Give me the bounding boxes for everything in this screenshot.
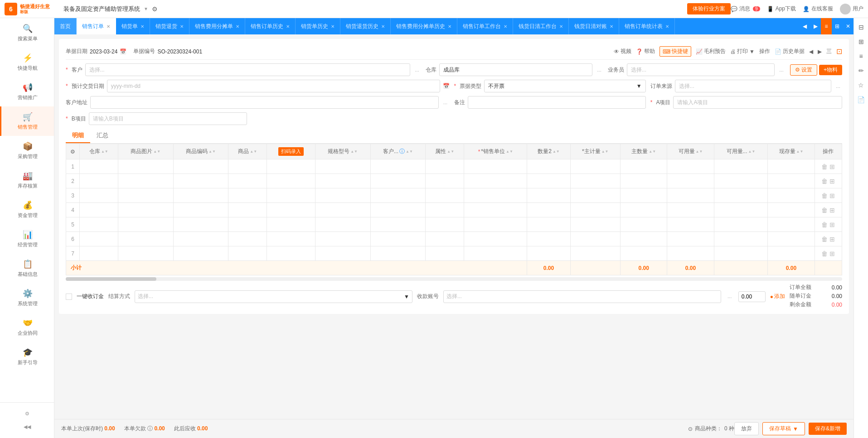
tab-close-expense-history[interactable]: ✕ xyxy=(448,24,451,29)
row2-product[interactable] xyxy=(228,174,267,188)
tab-sales-stats[interactable]: 销售订单统计表 ✕ xyxy=(619,18,675,34)
app-download-button[interactable]: 📱 App下载 xyxy=(767,5,796,13)
discard-button[interactable]: 放弃 xyxy=(734,422,759,435)
row5-delete-icon[interactable]: 🗑 xyxy=(821,221,828,228)
row2-img[interactable] xyxy=(118,174,173,188)
tab-close-sales-order[interactable]: ✕ xyxy=(107,24,110,29)
deposit-amount-input[interactable] xyxy=(738,291,766,302)
settings-icon[interactable]: ⚙ xyxy=(152,5,158,13)
row3-delete-icon[interactable]: 🗑 xyxy=(821,192,828,199)
operation-btn[interactable]: 操作 xyxy=(759,48,770,55)
tab-cash-daily[interactable]: 钱货日清工作台 ✕ xyxy=(513,18,569,34)
sort-main-unit[interactable]: ▲▼ xyxy=(601,150,609,154)
prev-record-btn[interactable]: ◀ xyxy=(809,48,813,55)
sidebar-item-sales[interactable]: 🛒 销售管理 xyxy=(0,106,54,136)
customer-input[interactable] xyxy=(85,63,410,76)
row1-customer-code[interactable] xyxy=(370,159,426,174)
th-settings[interactable]: ⚙ xyxy=(66,144,80,159)
tab-home[interactable]: 首页 xyxy=(54,18,77,34)
row1-img[interactable] xyxy=(118,159,173,174)
row2-main-unit[interactable] xyxy=(570,174,621,188)
calendar2-icon[interactable]: 📅 xyxy=(443,83,450,89)
view-btn[interactable]: 👁 视频 xyxy=(614,48,631,55)
sidebar-collapse-btn[interactable]: ◀◀ xyxy=(0,420,54,433)
rp-icon-4[interactable]: ✏ xyxy=(856,65,867,76)
print-btn[interactable]: 🖨 打印 ▼ xyxy=(730,48,755,55)
add-payment-btn[interactable]: ● 添加 xyxy=(770,293,785,300)
online-service-button[interactable]: 👤 在线客服 xyxy=(803,5,833,13)
settings-right-btn[interactable]: ⚙ 设置 xyxy=(790,64,817,76)
payment-method-select[interactable]: 选择... ▼ xyxy=(135,290,412,303)
row2-code[interactable] xyxy=(173,174,228,188)
tab-close-order-workbench[interactable]: ✕ xyxy=(504,24,507,29)
sort-main-qty[interactable]: ▲▼ xyxy=(649,150,656,154)
layout-btn[interactable]: 三 xyxy=(826,48,832,55)
sidebar-item-quicknav[interactable]: ⚡ 快捷导航 xyxy=(0,48,54,77)
sidebar-item-baseinfo[interactable]: 📋 基础信息 xyxy=(0,254,54,283)
sidebar-item-collab[interactable]: 🤝 企业协同 xyxy=(0,313,54,342)
row6-delete-icon[interactable]: 🗑 xyxy=(821,236,828,243)
fullscreen-btn[interactable]: ⊡ xyxy=(836,47,842,56)
tab-prev-btn[interactable]: ◀ xyxy=(799,18,810,34)
b-project-input[interactable] xyxy=(89,112,247,125)
deposit-checkbox[interactable] xyxy=(66,294,72,300)
tab-sales-refund[interactable]: 销货退货 ✕ xyxy=(150,18,189,34)
row1-available[interactable] xyxy=(667,159,714,174)
scan-btn[interactable]: 扫码录入 xyxy=(278,147,304,156)
notes-input[interactable] xyxy=(468,96,646,109)
row4-delete-icon[interactable]: 🗑 xyxy=(821,207,828,214)
sort-product-code[interactable]: ▲▼ xyxy=(209,150,216,154)
order-source-more-btn[interactable]: … xyxy=(834,84,842,89)
salesperson-input[interactable] xyxy=(627,63,775,76)
bank-account-select[interactable]: 选择... xyxy=(443,290,721,303)
ticket-type-select[interactable]: 不开票 ▼ xyxy=(484,80,646,92)
row2-copy-icon[interactable]: ⊞ xyxy=(829,178,835,185)
table-scroll-area[interactable]: ⚙ 仓库 ▲▼ 商品图片 xyxy=(66,144,842,275)
sort-spec[interactable]: ▲▼ xyxy=(350,150,358,154)
row4-copy-icon[interactable]: ⊞ xyxy=(829,207,835,214)
save-new-button[interactable]: 保存&新增 xyxy=(809,423,847,435)
rp-icon-3[interactable]: ≡ xyxy=(856,51,867,62)
row1-scan[interactable] xyxy=(267,159,315,174)
sort-customer-code[interactable]: ▲▼ xyxy=(406,150,413,154)
sidebar-item-finance[interactable]: 💰 资金管理 xyxy=(0,195,54,224)
tab-return-history[interactable]: 销货单历史 ✕ xyxy=(296,18,340,34)
sidebar-item-inventory[interactable]: 🏭 库存核算 xyxy=(0,165,54,195)
row1-available2[interactable] xyxy=(714,159,768,174)
row1-warehouse[interactable] xyxy=(80,159,118,174)
row2-available[interactable] xyxy=(667,174,714,188)
address-more-btn[interactable]: … xyxy=(441,100,450,105)
warehouse-select[interactable]: 成品库 xyxy=(439,63,592,76)
row1-delete-icon[interactable]: 🗑 xyxy=(821,163,828,170)
tab-close-cash-daily[interactable]: ✕ xyxy=(559,24,563,29)
row1-sales-unit[interactable] xyxy=(464,159,527,174)
tab-window-btn[interactable]: ⊞ xyxy=(832,18,843,34)
sidebar-item-guide[interactable]: 🎓 新手引导 xyxy=(0,342,54,371)
calendar-icon[interactable]: 📅 xyxy=(120,48,126,55)
tab-close-return-history[interactable]: ✕ xyxy=(331,24,335,29)
scroll-thumb[interactable] xyxy=(66,277,156,281)
row2-spec[interactable] xyxy=(315,174,370,188)
row1-spec[interactable] xyxy=(315,159,370,174)
shortcut-btn[interactable]: ⌨ 快捷键 xyxy=(659,46,691,57)
row2-available2[interactable] xyxy=(714,174,768,188)
row2-warehouse[interactable] xyxy=(80,174,118,188)
sort-product-img[interactable]: ▲▼ xyxy=(153,150,160,154)
address-input[interactable] xyxy=(90,96,439,109)
delivery-date-input[interactable] xyxy=(107,80,440,92)
row2-qty2[interactable] xyxy=(527,174,570,188)
tab-close-sales-refund[interactable]: ✕ xyxy=(180,24,184,29)
sort-available2[interactable]: ▲▼ xyxy=(748,150,756,154)
tab-refund-history[interactable]: 销货退货历史 ✕ xyxy=(340,18,391,34)
tab-more-btn[interactable]: ≡ xyxy=(821,18,832,34)
print-dropdown-icon[interactable]: ▼ xyxy=(749,48,755,55)
row1-main-unit[interactable] xyxy=(570,159,621,174)
tab-close-refund-history[interactable]: ✕ xyxy=(381,24,385,29)
horizontal-scrollbar[interactable] xyxy=(66,277,842,281)
tab-expense-split[interactable]: 销售费用分摊单 ✕ xyxy=(189,18,245,34)
order-source-input[interactable] xyxy=(675,80,831,92)
row1-qty2[interactable] xyxy=(527,159,570,174)
row2-attribute[interactable] xyxy=(426,174,464,188)
title-dropdown-icon[interactable]: ▼ xyxy=(144,6,148,11)
tab-expense-history[interactable]: 销售费用分摊单历史 ✕ xyxy=(391,18,457,34)
